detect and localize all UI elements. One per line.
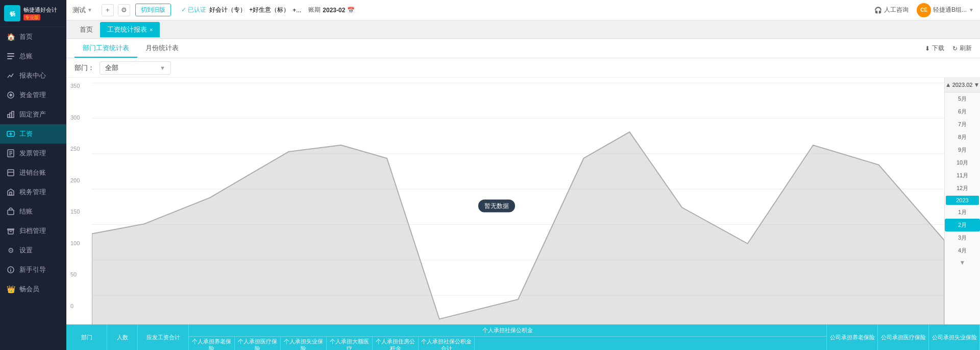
- date-down-icon[interactable]: ▼: [973, 81, 979, 89]
- sub-tabs: 部门工资统计表 月份统计表 ⬇ 下载 ↻ 刷新: [66, 39, 980, 58]
- product-badge2: +好生意（标）: [249, 6, 289, 14]
- user-menu[interactable]: CE 轻捷通B组... ▼: [917, 3, 974, 17]
- y-label-100: 100: [70, 240, 80, 246]
- date-month-2023-2[interactable]: 2月: [945, 219, 980, 231]
- sidebar-item-invoice[interactable]: 发票管理: [0, 144, 66, 163]
- date-month-10[interactable]: 10月: [945, 156, 980, 169]
- sidebar-item-home[interactable]: 🏠 首页: [0, 27, 66, 46]
- sidebar-item-close[interactable]: 结账: [0, 202, 66, 221]
- col-personal-total: 个人承担社保公积金合计: [419, 337, 475, 350]
- chart-area: 350 300 250 200 150 100 50 0: [66, 78, 980, 324]
- member-icon: 👑: [6, 285, 15, 294]
- y-label-300: 300: [70, 114, 80, 121]
- date-panel-header: ▲ 2023.02 ▼: [945, 78, 980, 92]
- y-label-0: 0: [70, 303, 80, 309]
- select-arrow-icon: ▼: [160, 65, 165, 71]
- date-month-6[interactable]: 6月: [945, 105, 980, 118]
- tab-home[interactable]: 首页: [72, 22, 100, 37]
- date-month-2023-3[interactable]: 3月: [945, 231, 980, 244]
- col-personal-unemployment: 个人承担失业保险: [281, 337, 327, 350]
- switch-version-button[interactable]: 切到旧版: [135, 4, 171, 16]
- sub-tab-department[interactable]: 部门工资统计表: [75, 39, 137, 58]
- add-button[interactable]: +: [102, 4, 114, 16]
- filter-label: 部门：: [75, 63, 94, 73]
- sidebar-nav: 🏠 首页 总账 报表中心 资金管理: [0, 27, 66, 350]
- sidebar-item-tax[interactable]: 税务管理: [0, 182, 66, 202]
- area-chart: [92, 83, 944, 324]
- date-month-9[interactable]: 9月: [945, 144, 980, 156]
- col-group-personal-children: 个人承担养老保险 个人承担医疗保险 个人承担失业保险 个人承担大额医疗 个人承担…: [189, 337, 826, 350]
- topbar-badges: ✓ 已认证 好会计（专） +好生意（标） +...: [181, 6, 301, 14]
- settings-icon: ⚙: [6, 246, 15, 255]
- sidebar-item-reports[interactable]: 报表中心: [0, 66, 66, 85]
- col-department: 部门: [66, 324, 107, 350]
- sidebar-item-label: 发票管理: [19, 149, 46, 158]
- sub-tab-monthly[interactable]: 月份统计表: [137, 39, 187, 58]
- sidebar-item-label: 固定资产: [19, 110, 46, 119]
- user-dropdown-arrow-icon: ▼: [969, 7, 974, 13]
- download-button[interactable]: ⬇ 下载: [925, 44, 944, 53]
- date-month-7[interactable]: 7月: [945, 118, 980, 131]
- date-month-8[interactable]: 8月: [945, 131, 980, 144]
- tab-salary-report[interactable]: 工资统计报表 ×: [100, 22, 160, 37]
- invoice-icon: [6, 149, 15, 158]
- y-label-350: 350: [70, 83, 80, 89]
- svg-rect-8: [12, 111, 14, 118]
- y-label-250: 250: [70, 146, 80, 152]
- tab-close-icon[interactable]: ×: [150, 27, 153, 33]
- refresh-icon: ↻: [952, 45, 958, 52]
- col-personal-bigmedical: 个人承担大额医疗: [327, 337, 373, 350]
- date-month-5[interactable]: 5月: [945, 92, 980, 105]
- dropdown-arrow-icon: ▼: [87, 7, 92, 13]
- sidebar-item-archive[interactable]: 归档管理: [0, 221, 66, 241]
- sidebar-item-guide[interactable]: 新手引导: [0, 260, 66, 279]
- date-scroll-down[interactable]: ▼: [945, 257, 980, 268]
- col-personal-housing: 个人承担住房公积金: [373, 337, 419, 350]
- topbar-right: 🎧 人工咨询 CE 轻捷通B组... ▼: [874, 3, 974, 17]
- date-month-2023-4[interactable]: 4月: [945, 244, 980, 257]
- tabs-bar: 首页 工资统计报表 ×: [66, 20, 980, 39]
- archive-icon: [6, 226, 15, 236]
- department-select[interactable]: 全部 ▼: [100, 61, 171, 75]
- customer-service-button[interactable]: 🎧 人工咨询: [874, 6, 909, 14]
- sidebar-item-settings[interactable]: ⚙ 设置: [0, 241, 66, 260]
- refresh-button[interactable]: ↻ 刷新: [952, 44, 972, 53]
- settings-button[interactable]: ⚙: [118, 4, 130, 16]
- sidebar-item-label: 进销台账: [19, 168, 46, 177]
- sidebar-item-assets[interactable]: 固定资产: [0, 105, 66, 124]
- sidebar-item-label: 报表中心: [19, 71, 46, 80]
- date-year-2023[interactable]: 2023: [946, 196, 979, 205]
- logo-icon: 畅: [4, 5, 20, 21]
- sidebar-item-ledger[interactable]: 总账: [0, 46, 66, 66]
- sidebar-item-funds[interactable]: 资金管理: [0, 85, 66, 105]
- salary-icon: [6, 129, 15, 138]
- date-up-icon[interactable]: ▲: [945, 81, 951, 89]
- y-label-50: 50: [70, 271, 80, 277]
- sidebar-item-inventory[interactable]: 进销台账: [0, 163, 66, 182]
- col-group-personal: 个人承担社保公积金 个人承担养老保险 个人承担医疗保险 个人承担失业保险 个人承…: [189, 324, 827, 350]
- calendar-icon[interactable]: 📅: [347, 7, 355, 14]
- date-panel: ▲ 2023.02 ▼ 5月 6月 7月 8月 9月 10月 11月 12月 2…: [944, 78, 980, 324]
- sidebar-item-label: 结账: [19, 207, 33, 216]
- topbar-title[interactable]: 测试 ▼: [72, 6, 92, 15]
- sidebar-item-label: 总账: [19, 52, 33, 61]
- date-year-label: 2023.02: [952, 82, 973, 88]
- date-month-12[interactable]: 12月: [945, 182, 980, 195]
- date-month-11[interactable]: 11月: [945, 169, 980, 182]
- sidebar-item-member[interactable]: 👑 畅会员: [0, 279, 66, 299]
- svg-rect-4: [7, 58, 12, 59]
- chart-tooltip: 暂无数据: [478, 200, 515, 213]
- y-label-150: 150: [70, 208, 80, 215]
- sidebar-item-salary[interactable]: 工资: [0, 124, 66, 144]
- col-company-medical: 公司承担医疗保险: [878, 324, 929, 350]
- ledger-icon: [6, 52, 15, 61]
- svg-rect-11: [8, 170, 14, 176]
- certified-badge: ✓ 已认证: [181, 6, 206, 14]
- col-group-personal-header: 个人承担社保公积金: [189, 324, 826, 337]
- app-logo: 畅 畅捷通好会计 专业版: [0, 0, 66, 27]
- main-content: 测试 ▼ + ⚙ 切到旧版 ✓ 已认证 好会计（专） +好生意（标） +... …: [66, 0, 980, 350]
- sidebar-item-label: 设置: [19, 246, 33, 255]
- sidebar-item-label: 新手引导: [19, 265, 46, 274]
- sidebar-item-label: 资金管理: [19, 90, 46, 100]
- date-month-2023-1[interactable]: 1月: [945, 206, 980, 219]
